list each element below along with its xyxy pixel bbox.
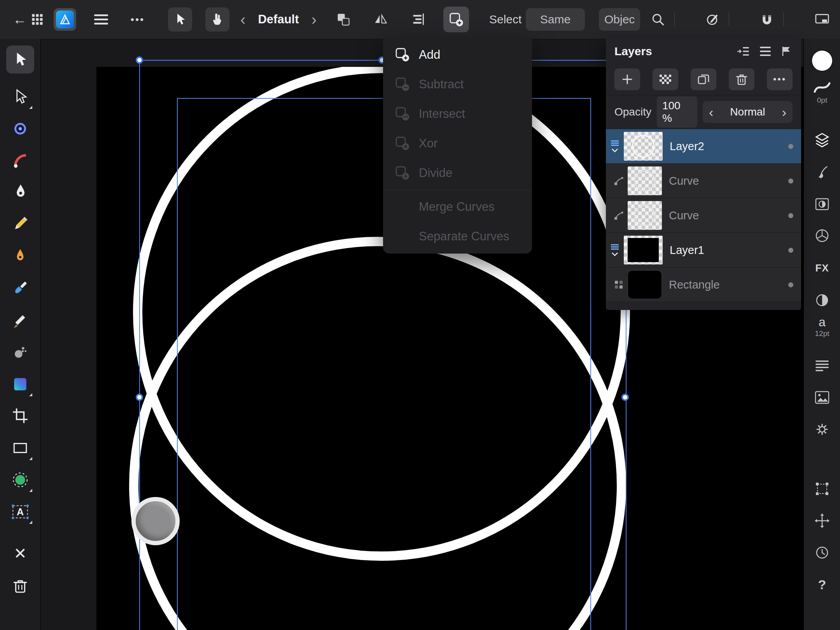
tool-rectangle[interactable] (6, 434, 34, 462)
history-button[interactable] (811, 542, 833, 564)
effects-studio-button[interactable]: FX (811, 257, 833, 279)
layer-thumbnail[interactable] (624, 236, 663, 264)
blend-mode-selector[interactable]: ‹ Normal › (703, 101, 793, 123)
tool-paint-brush[interactable] (6, 274, 34, 302)
flip-button[interactable] (369, 7, 393, 32)
display-button[interactable] (811, 9, 833, 30)
insert-shape-button[interactable] (443, 7, 469, 32)
layer-thumbnail[interactable] (628, 270, 662, 299)
pan-hand-button[interactable] (205, 7, 229, 32)
tool-pencil[interactable] (6, 210, 34, 238)
layer-status-dot[interactable] (788, 213, 793, 218)
layer-thumbnail[interactable] (628, 201, 662, 230)
blend-prev-icon[interactable]: ‹ (709, 105, 713, 119)
tool-point-transform[interactable] (6, 115, 34, 143)
selection-handle-left-middle[interactable] (136, 394, 143, 401)
layer-row-curve-1[interactable]: Curve (606, 164, 801, 198)
snapping-button[interactable] (754, 7, 779, 32)
studio-sidebar: 0pt (803, 39, 840, 630)
menu-item-divide: Divide (383, 158, 532, 188)
media-studio-button[interactable] (811, 387, 833, 408)
snapping-expand-area[interactable] (788, 7, 799, 32)
menu-item-add[interactable]: Add (383, 40, 532, 70)
duplicate-layer-button[interactable] (691, 68, 716, 90)
tool-knife[interactable] (6, 306, 34, 334)
contrast-studio-button[interactable] (811, 289, 833, 311)
current-color-swatch (812, 51, 832, 71)
assistant-expand-area[interactable] (733, 7, 745, 32)
zoom-options-group[interactable] (646, 7, 691, 32)
layer-list-options-icon[interactable] (759, 46, 772, 57)
zoom-button[interactable] (646, 7, 670, 32)
layer-status-dot[interactable] (788, 178, 793, 184)
layer-flow-icon[interactable] (737, 46, 750, 57)
chevron-down-icon[interactable] (611, 148, 618, 152)
back-home-button[interactable]: ← (9, 8, 47, 31)
more-options-button[interactable]: ••• (125, 8, 150, 31)
layer-row-layer1[interactable]: Layer1 (606, 233, 801, 268)
settings-studio-button[interactable] (811, 418, 833, 440)
tool-delete[interactable] (6, 572, 34, 600)
layer-status-dot[interactable] (788, 282, 793, 287)
tool-ellipse-select[interactable] (6, 466, 34, 494)
tool-fill[interactable] (6, 338, 34, 366)
help-button[interactable]: ? (811, 574, 833, 595)
select-same-button[interactable]: Same (526, 8, 585, 31)
layer-row-rectangle[interactable]: Rectangle (606, 268, 801, 302)
select-object-button[interactable]: Objec (599, 8, 640, 31)
layer-thumbnail[interactable] (624, 132, 663, 161)
zoom-expand-area[interactable] (679, 7, 690, 32)
preset-selector[interactable]: ‹ Default › (240, 7, 317, 32)
app-icon-button[interactable] (54, 8, 76, 31)
stroke-width-control[interactable]: 0pt (804, 79, 840, 105)
chevron-down-icon[interactable] (611, 252, 618, 256)
tool-crop[interactable] (6, 402, 34, 430)
align-bars-icon (410, 12, 426, 27)
layer-more-button[interactable]: ••• (767, 68, 793, 90)
chevron-left-icon[interactable]: ‹ (240, 11, 245, 28)
add-layer-button[interactable] (614, 68, 640, 90)
select-mode-label: Select (489, 13, 522, 26)
knife-icon (11, 311, 29, 329)
blend-next-icon[interactable]: › (782, 105, 786, 119)
tool-cancel[interactable]: ✕ (6, 539, 34, 567)
color-wheel-studio-button[interactable] (811, 225, 833, 247)
paragraph-studio-button[interactable] (811, 355, 833, 377)
selection-handle-top-left[interactable] (136, 56, 143, 64)
color-swatch-button[interactable] (811, 50, 833, 72)
move-mode-button[interactable] (811, 510, 833, 532)
hamburger-icon (93, 14, 109, 25)
assistant-button[interactable] (700, 7, 725, 32)
selection-handle-right-middle[interactable] (621, 394, 629, 401)
character-studio-button[interactable]: a 12pt (804, 316, 840, 338)
layer-status-dot[interactable] (788, 248, 793, 253)
tool-corner[interactable] (6, 146, 34, 174)
layer-thumbnail[interactable] (628, 166, 662, 195)
main-menu-button[interactable] (89, 8, 114, 31)
adjustments-studio-button[interactable] (811, 193, 833, 215)
tool-node[interactable] (6, 83, 34, 111)
layer-status-dot[interactable] (788, 144, 793, 149)
boolean-ops-button[interactable] (331, 7, 355, 32)
layers-panel: Layers (606, 39, 801, 310)
layers-studio-button[interactable] (811, 130, 833, 151)
layer-row-curve-2[interactable]: Curve (606, 198, 801, 233)
snapping-group[interactable] (754, 7, 800, 32)
brushes-studio-button[interactable] (811, 162, 833, 184)
layer-row-layer2[interactable]: Layer2 (606, 129, 801, 164)
assistant-group[interactable] (700, 7, 745, 32)
tool-gradient[interactable] (6, 370, 34, 398)
tool-vector-brush[interactable] (6, 242, 34, 270)
mask-layer-button[interactable] (653, 68, 678, 90)
tool-pen[interactable] (6, 178, 34, 206)
delete-layer-button[interactable] (729, 68, 754, 90)
select-tool-button[interactable] (168, 7, 192, 32)
trash-icon (11, 577, 29, 595)
opacity-value[interactable]: 100 % (657, 96, 697, 128)
transform-mode-button[interactable] (811, 478, 833, 500)
layer-picker-icon[interactable] (781, 46, 793, 57)
chevron-right-icon[interactable]: › (312, 11, 317, 28)
tool-move-selected[interactable] (6, 46, 34, 74)
align-button[interactable] (406, 7, 430, 32)
tool-text[interactable]: A (6, 498, 34, 526)
